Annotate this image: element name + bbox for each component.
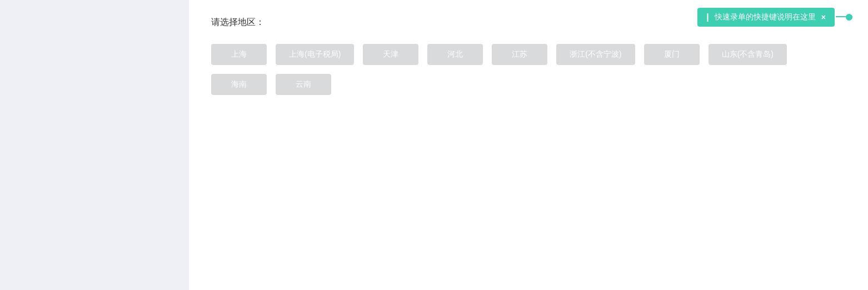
main-content: 请选择地区： 上海上海(电子税局)天津河北江苏浙江(不含宁波)厦门山东(不含青岛… bbox=[189, 0, 868, 290]
tooltip-text: 快速录单的快捷键说明在这里 bbox=[715, 12, 816, 22]
tooltip-dot bbox=[846, 14, 852, 21]
region-btn-tianjin[interactable]: 天津 bbox=[363, 44, 418, 65]
region-btn-shanghai[interactable]: 上海 bbox=[211, 44, 267, 65]
tooltip-banner: 快速录单的快捷键说明在这里 × bbox=[697, 8, 835, 27]
tooltip-close-button[interactable]: × bbox=[821, 13, 826, 22]
region-btn-hebei[interactable]: 河北 bbox=[427, 44, 483, 65]
region-btn-shandong[interactable]: 山东(不含青岛) bbox=[709, 44, 787, 65]
left-sidebar bbox=[0, 0, 189, 290]
region-btn-jiangsu[interactable]: 江苏 bbox=[492, 44, 547, 65]
region-btn-zhejiang[interactable]: 浙江(不含宁波) bbox=[556, 44, 635, 65]
region-btn-yunnan[interactable]: 云南 bbox=[276, 74, 331, 95]
region-btn-shanghai-etax[interactable]: 上海(电子税局) bbox=[276, 44, 354, 65]
region-btn-hainan[interactable]: 海南 bbox=[211, 74, 267, 95]
region-btn-xiamen[interactable]: 厦门 bbox=[644, 44, 700, 65]
region-buttons: 上海上海(电子税局)天津河北江苏浙江(不含宁波)厦门山东(不含青岛)海南云南 bbox=[211, 44, 846, 95]
